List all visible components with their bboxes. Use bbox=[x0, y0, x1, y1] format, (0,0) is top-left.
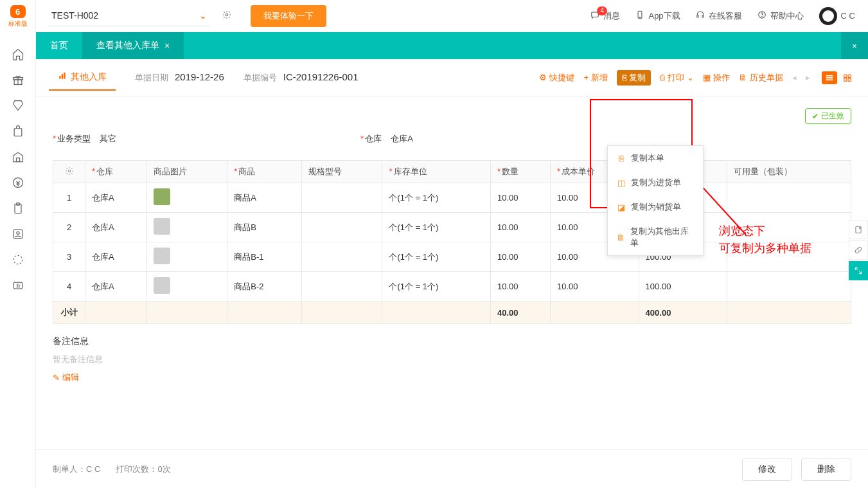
check-icon: ✔ bbox=[812, 112, 819, 121]
box-out-icon: ◪ bbox=[617, 203, 626, 212]
close-all-tabs[interactable]: × bbox=[841, 32, 868, 59]
chevron-down-icon: ⌄ bbox=[687, 73, 694, 82]
shortcut-button[interactable]: ⚙ 快捷键 bbox=[539, 72, 574, 84]
remarks-empty: 暂无备注信息 bbox=[53, 354, 851, 365]
print-icon: ⎙ bbox=[660, 73, 665, 82]
product-thumbnail bbox=[154, 218, 170, 235]
sidebar-new-icon[interactable]: 新 bbox=[5, 273, 31, 298]
edit-icon: ✎ bbox=[53, 373, 60, 383]
plus-icon: + bbox=[583, 73, 589, 82]
sidebar-warehouse-icon[interactable] bbox=[5, 144, 31, 170]
delete-button[interactable]: 删除 bbox=[801, 458, 851, 481]
svg-rect-25 bbox=[844, 75, 847, 77]
biz-type-field: *业务类型 其它 bbox=[53, 133, 116, 145]
copy-dropdown: ⎘复制本单 ◫复制为进货单 ◪复制为销货单 🗎复制为其他出库单 bbox=[607, 145, 704, 256]
view-switch bbox=[822, 71, 855, 84]
bar-chart-icon bbox=[58, 71, 67, 82]
topbar-right: 消息 4 App下载 在线客服 帮助中心 C C bbox=[590, 7, 855, 25]
edit-remarks-button[interactable]: ✎ 编辑 bbox=[53, 372, 79, 383]
copy-icon: ⎘ bbox=[617, 154, 626, 163]
dropdown-copy-other-out[interactable]: 🗎复制为其他出库单 bbox=[608, 219, 703, 255]
table-row[interactable]: 3 仓库A 商品B-1 个(1个 = 1个) 10.00 10.00 100.0… bbox=[53, 242, 851, 272]
col-qty: *数量 bbox=[490, 161, 550, 183]
remarks-title: 备注信息 bbox=[53, 336, 851, 347]
print-button[interactable]: ⎙ 打印 ⌄ bbox=[660, 72, 694, 84]
rail-link-icon[interactable] bbox=[849, 240, 868, 260]
logo[interactable]: 6 标准版 bbox=[6, 5, 30, 28]
close-icon[interactable]: × bbox=[164, 41, 170, 51]
topbar: TEST-H002 ⌄ 我要体验一下 消息 4 App下载 在线客服 bbox=[36, 0, 868, 32]
card-view-button[interactable] bbox=[840, 71, 855, 84]
col-gear[interactable] bbox=[53, 161, 85, 183]
history-button[interactable]: 🗎 历史单据 bbox=[739, 72, 783, 84]
experience-button[interactable]: 我要体验一下 bbox=[251, 5, 326, 27]
copy-button[interactable]: ⎘ 复制 bbox=[617, 70, 651, 86]
messages-badge: 4 bbox=[597, 6, 607, 15]
svg-point-11 bbox=[226, 14, 228, 16]
help-center-label: 帮助中心 bbox=[770, 10, 804, 22]
gear-icon[interactable] bbox=[222, 10, 231, 21]
next-button[interactable]: ▸ bbox=[806, 73, 810, 82]
list-view-button[interactable] bbox=[822, 71, 837, 84]
rail-expand-icon[interactable] bbox=[849, 261, 868, 280]
svg-point-8 bbox=[16, 231, 19, 234]
sidebar-clipboard-icon[interactable] bbox=[5, 195, 31, 221]
content: 其他入库 单据日期 2019-12-26 单据编号 IC-20191226-00… bbox=[36, 59, 868, 488]
avatar bbox=[819, 7, 837, 25]
status-badge: ✔ 已生效 bbox=[805, 108, 851, 124]
dropdown-copy-this[interactable]: ⎘复制本单 bbox=[608, 146, 703, 170]
form-card: 其他入库 单据日期 2019-12-26 单据编号 IC-20191226-00… bbox=[36, 59, 868, 488]
col-image: 商品图片 bbox=[146, 161, 227, 183]
copy-icon: ⎘ bbox=[622, 73, 627, 82]
svg-rect-24 bbox=[826, 79, 833, 80]
logo-icon: 6 bbox=[10, 5, 26, 18]
svg-text:新: 新 bbox=[15, 284, 20, 288]
online-service-button[interactable]: 在线客服 bbox=[696, 10, 742, 22]
sidebar-home-icon[interactable] bbox=[5, 41, 31, 67]
footer-info: 制单人：C C 打印次数：0次 bbox=[53, 464, 171, 475]
col-spec: 规格型号 bbox=[301, 161, 382, 183]
svg-rect-15 bbox=[696, 15, 698, 17]
add-button[interactable]: + 新增 bbox=[583, 72, 608, 84]
doc-icon: 🗎 bbox=[617, 233, 625, 242]
sidebar-gift-icon[interactable] bbox=[5, 67, 31, 93]
dropdown-copy-purchase[interactable]: ◫复制为进货单 bbox=[608, 170, 703, 195]
modify-button[interactable]: 修改 bbox=[742, 458, 792, 481]
table-row[interactable]: 1 仓库A 商品A 个(1个 = 1个) 10.00 10.00 100.00 bbox=[53, 183, 851, 213]
prev-button[interactable]: ◂ bbox=[792, 73, 797, 82]
sidebar-refresh-icon[interactable] bbox=[5, 247, 31, 273]
tab-current[interactable]: 查看其他入库单 × bbox=[82, 32, 184, 59]
sidebar-user-icon[interactable] bbox=[5, 221, 31, 247]
sidebar-diamond-icon[interactable] bbox=[5, 93, 31, 118]
page-title-tab[interactable]: 其他入库 bbox=[49, 65, 116, 91]
sidebar-money-icon[interactable] bbox=[5, 170, 31, 195]
help-center-button[interactable]: 帮助中心 bbox=[757, 10, 804, 22]
doc-code: 单据编号 IC-20191226-001 bbox=[244, 71, 359, 84]
gear-icon: ⚙ bbox=[539, 73, 547, 82]
app-download-button[interactable]: App下载 bbox=[635, 10, 680, 22]
rail-note-icon[interactable] bbox=[849, 220, 868, 239]
table-row[interactable]: 4 仓库A 商品B-2 个(1个 = 1个) 10.00 10.00 100.0… bbox=[53, 272, 851, 302]
operate-button[interactable]: ▦ 操作 bbox=[703, 72, 730, 84]
product-thumbnail bbox=[154, 188, 170, 205]
table-row[interactable]: 2 仓库A 商品B 个(1个 = 1个) 10.00 10.00 100.00 bbox=[53, 213, 851, 242]
col-warehouse: *仓库 bbox=[85, 161, 147, 183]
dropdown-copy-sales[interactable]: ◪复制为销货单 bbox=[608, 195, 703, 219]
col-stock: 可用量（包装） bbox=[727, 161, 851, 183]
subtotal-row: 小计40.00400.00 bbox=[53, 302, 851, 324]
head-actions: ⚙ 快捷键 + 新增 ⎘ 复制 ⎙ 打印 bbox=[539, 70, 855, 86]
app-download-label: App下载 bbox=[648, 10, 680, 22]
tenant-select[interactable]: TEST-H002 ⌄ bbox=[49, 6, 209, 26]
tenant-name: TEST-H002 bbox=[51, 10, 98, 21]
sidebar-bag-icon[interactable] bbox=[5, 118, 31, 144]
main: TEST-H002 ⌄ 我要体验一下 消息 4 App下载 在线客服 bbox=[36, 0, 868, 488]
help-icon bbox=[757, 10, 766, 21]
chevron-down-icon: ⌄ bbox=[199, 10, 207, 21]
logo-text: 标准版 bbox=[8, 19, 28, 28]
messages-button[interactable]: 消息 4 bbox=[590, 10, 620, 22]
user-menu[interactable]: C C bbox=[819, 7, 855, 25]
product-thumbnail bbox=[154, 277, 170, 294]
items-table: *仓库 商品图片 *商品 规格型号 *库存单位 *数量 *成本单价 *成本金额 … bbox=[53, 160, 851, 324]
svg-rect-20 bbox=[62, 74, 63, 79]
tab-home[interactable]: 首页 bbox=[36, 32, 82, 59]
